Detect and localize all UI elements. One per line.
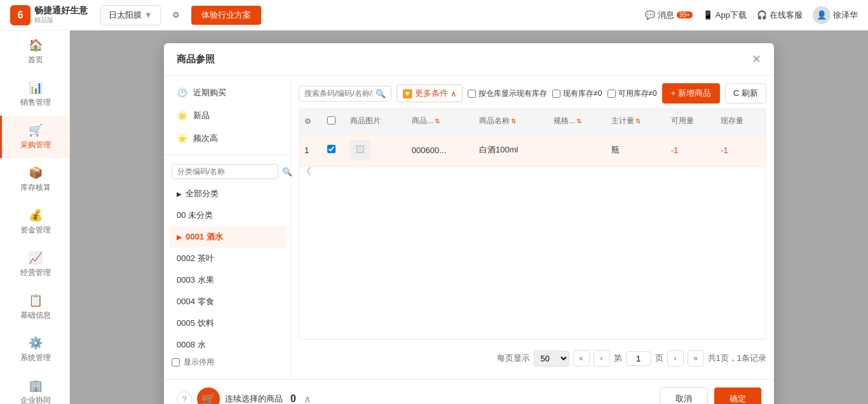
category-list: ▶ 全部分类 00 未分类 ▶ 0001 酒水 0002 茶 (164, 183, 290, 349)
filter-more-button[interactable]: 🔽 更多条件 ∧ (397, 84, 463, 102)
high-freq-item[interactable]: ⭐ 频次高 (169, 128, 285, 149)
collapse-footer-icon[interactable]: ∧ (304, 393, 311, 405)
modal-footer: ? 🛒 连续选择的商品 0 ∧ 取消 确定 (164, 379, 774, 404)
product-search-box[interactable]: 🔍 (299, 86, 391, 102)
sidebar-item-basic-info[interactable]: 📋 基础信息 (0, 286, 69, 328)
cart-icon[interactable]: 🛒 (197, 387, 220, 404)
prev-page-button[interactable]: ‹ (593, 350, 610, 367)
product-reference-modal: 商品参照 ✕ 🕐 近期购买 🌟 (164, 43, 774, 404)
category-0003[interactable]: 0003 水果 (169, 269, 285, 291)
cell-available: -1 (666, 133, 716, 167)
category-0001[interactable]: ▶ 0001 酒水 (169, 226, 285, 248)
category-0002[interactable]: 0002 茶叶 (169, 248, 285, 269)
col-settings[interactable]: ⚙ (299, 109, 322, 133)
page-size-select[interactable]: 50 10 20 100 (534, 351, 569, 367)
settings-icon[interactable]: ⚙ (166, 5, 186, 25)
left-bottom: 显示停用 (164, 349, 290, 373)
recent-buy-item[interactable]: 🕐 近期购买 (169, 82, 285, 104)
filter-label: 更多条件 (415, 88, 448, 99)
product-table-wrapper: ⚙ 商品图片 商品...⇅ 商品名称⇅ 规格...⇅ 主计量⇅ 可用量 现存量 (299, 109, 766, 340)
warehouse-stock-checkbox[interactable] (468, 90, 476, 98)
logo-area: 6 畅捷通好生意 精品版 (10, 5, 88, 25)
help-icon[interactable]: ? (177, 391, 192, 404)
sidebar-item-operations[interactable]: 📈 经营管理 (0, 243, 69, 286)
col-check[interactable] (322, 109, 345, 133)
sidebar-item-sales[interactable]: 📊 销售管理 (0, 73, 69, 116)
category-00-label: 00 未分类 (177, 210, 213, 221)
sidebar-label-basic-info: 基础信息 (20, 310, 51, 321)
new-products-item[interactable]: 🌟 新品 (169, 105, 285, 126)
trial-button[interactable]: 体验行业方案 (191, 6, 261, 25)
active-expand-icon: ▶ (177, 234, 182, 241)
col-spec-label: 规格... (553, 116, 575, 125)
product-image: 🖼 (350, 140, 370, 160)
row-checkbox[interactable] (327, 145, 336, 153)
warehouse-stock-label: 按仓库显示现有库存 (478, 88, 547, 99)
warehouse-stock-checkbox-label[interactable]: 按仓库显示现有库存 (468, 88, 547, 99)
add-product-button[interactable]: + 新增商品 (662, 83, 720, 104)
category-0004[interactable]: 0004 零食 (169, 291, 285, 313)
sidebar-label-finance: 资金管理 (20, 225, 51, 236)
show-disabled-input[interactable] (172, 358, 180, 367)
mobile-icon: 📱 (703, 10, 713, 20)
cell-stock: -1 (715, 133, 766, 167)
sales-icon: 📊 (29, 81, 43, 95)
col-code[interactable]: 商品...⇅ (407, 109, 474, 133)
brand-name: 畅捷通好生意 (34, 5, 88, 16)
nav-right: 💬 消息 99+ 📱 App下载 🎧 在线客服 👤 徐泽华 (645, 6, 858, 24)
enterprise-icon: 🏢 (29, 379, 43, 393)
modal-close-button[interactable]: ✕ (752, 52, 761, 66)
sidebar-item-purchase[interactable]: 🛒 采购管理 (0, 116, 69, 158)
category-00[interactable]: 00 未分类 (169, 205, 285, 226)
sidebar-label-inventory: 库存核算 (20, 182, 51, 193)
online-service-item[interactable]: 🎧 在线客服 (757, 10, 803, 21)
available-stock-checkbox[interactable] (607, 90, 616, 98)
col-spec[interactable]: 规格...⇅ (548, 109, 606, 133)
next-page-button[interactable]: › (667, 350, 684, 367)
product-search-input[interactable] (304, 89, 373, 98)
col-name[interactable]: 商品名称⇅ (474, 109, 548, 133)
col-stock: 现存量 (715, 109, 766, 133)
cell-check[interactable] (322, 133, 345, 167)
page-number-input[interactable] (626, 351, 651, 366)
app-download-item[interactable]: 📱 App下载 (703, 10, 747, 21)
category-all[interactable]: ▶ 全部分类 (169, 183, 285, 205)
message-badge: 99+ (677, 11, 693, 18)
user-profile-item[interactable]: 👤 徐泽华 (813, 6, 858, 24)
sidebar-label-home: 首页 (28, 55, 43, 65)
settings-icon: ⚙ (304, 117, 311, 126)
category-0005[interactable]: 0005 饮料 (169, 313, 285, 334)
high-freq-label: 频次高 (193, 133, 218, 144)
operations-icon: 📈 (29, 251, 43, 265)
cell-name: 白酒100ml (474, 133, 548, 167)
sidebar-item-inventory[interactable]: 📦 库存核算 (0, 158, 69, 201)
first-page-button[interactable]: « (573, 350, 590, 367)
last-page-button[interactable]: » (688, 350, 704, 367)
sidebar-label-operations: 经营管理 (20, 267, 51, 278)
category-0008[interactable]: 0008 水 (169, 334, 285, 349)
confirm-button[interactable]: 确定 (714, 387, 761, 404)
col-unit[interactable]: 主计量⇅ (606, 109, 666, 133)
refresh-button[interactable]: C 刷新 (725, 83, 766, 104)
current-stock-checkbox[interactable] (552, 90, 560, 98)
product-search-icon[interactable]: 🔍 (376, 89, 386, 98)
current-stock-checkbox-label[interactable]: 现有库存≠0 (552, 88, 602, 99)
select-all-checkbox[interactable] (327, 116, 336, 125)
message-nav-item[interactable]: 💬 消息 99+ (645, 10, 693, 21)
category-search-row: 🔍 《 (164, 160, 290, 183)
col-code-label: 商品... (412, 116, 433, 125)
page-size-label: 每页显示 (497, 353, 530, 364)
filter-arrow-icon: ∧ (451, 89, 457, 98)
toolbar: 🔍 🔽 更多条件 ∧ 按仓库显示现有库存 (299, 83, 766, 104)
show-disabled-checkbox[interactable]: 显示停用 (172, 357, 283, 368)
store-selector[interactable]: 日太阳膜 ▼ (100, 5, 161, 25)
available-stock-checkbox-label[interactable]: 可用库存≠0 (607, 88, 657, 99)
table-row[interactable]: 1 🖼 000600... 白酒100ml 瓶 (299, 133, 766, 167)
category-search-input[interactable] (172, 164, 278, 179)
sidebar-item-enterprise[interactable]: 🏢 企业协同 (0, 371, 69, 404)
expand-icon: ▶ (177, 191, 182, 198)
sidebar-item-system[interactable]: ⚙️ 系统管理 (0, 328, 69, 371)
sidebar-item-finance[interactable]: 💰 资金管理 (0, 201, 69, 243)
sidebar-item-home[interactable]: 🏠 首页 (0, 30, 69, 73)
cancel-button[interactable]: 取消 (660, 387, 708, 404)
